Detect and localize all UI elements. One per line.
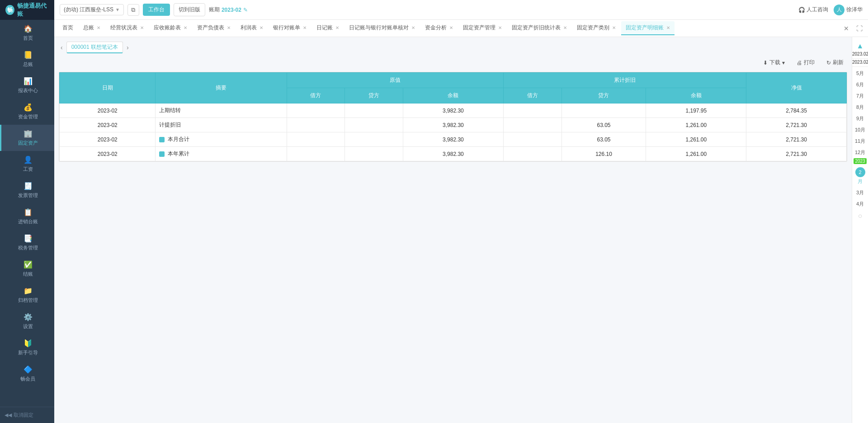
- month-label: 7月: [856, 93, 864, 99]
- table-row: 2023-02 计提折旧 3,982.30 63.05 1,261.00 2,7…: [60, 118, 847, 132]
- cell-yz-balance: 3,982.30: [403, 103, 504, 118]
- tab-close[interactable]: ✕: [259, 25, 263, 30]
- period-month-10月[interactable]: 10月: [854, 124, 866, 136]
- sidebar-item-invoice[interactable]: 🧾 发票管理: [0, 177, 54, 203]
- sidebar-item-asset[interactable]: 🏢 固定资产: [0, 125, 54, 151]
- period-month-after-3月[interactable]: 3月: [855, 187, 865, 198]
- breadcrumb-prev[interactable]: ‹: [59, 43, 65, 52]
- sidebar-item-fund[interactable]: 💰 资金管理: [0, 99, 54, 125]
- tab-close[interactable]: ✕: [303, 25, 307, 30]
- month-label: 9月: [856, 115, 864, 122]
- copy-button[interactable]: ⧉: [127, 4, 139, 16]
- sidebar-nav: 🏠 首页 📒 总账 📊 报表中心 💰 资金管理 🏢 固定资产 👤 工资 🧾 发票…: [0, 20, 54, 407]
- current-month-item[interactable]: 2 月: [852, 165, 868, 187]
- period-month-8月[interactable]: 8月: [854, 102, 866, 113]
- tab-6[interactable]: 银行对账单✕: [269, 21, 311, 35]
- tabbar: 首页总账✕经营状况表✕应收账龄表✕资产负债表✕利润表✕银行对账单✕日记账✕日记账…: [54, 20, 868, 37]
- user-menu[interactable]: 人 徐泽华: [834, 5, 863, 15]
- archive-icon: 📁: [24, 287, 33, 295]
- tab-close[interactable]: ✕: [140, 25, 144, 30]
- sidebar-item-label: 结账: [23, 271, 33, 277]
- tab-5[interactable]: 利润表✕: [236, 21, 268, 35]
- support-button[interactable]: 🎧 人工咨询: [798, 6, 828, 14]
- sidebar-item-guide[interactable]: 🔰 新手引导: [0, 334, 54, 361]
- period-month-7月[interactable]: 7月: [854, 90, 866, 102]
- print-button[interactable]: 🖨 打印: [793, 57, 818, 68]
- tab-close[interactable]: ✕: [97, 25, 100, 30]
- tab-1[interactable]: 总账✕: [79, 21, 105, 35]
- cell-lj-debit: [503, 132, 561, 147]
- workbench-button[interactable]: 工作台: [143, 4, 170, 16]
- tab-close[interactable]: ✕: [411, 25, 415, 30]
- tab-maximize-icon[interactable]: ⛶: [854, 24, 864, 33]
- period-month-5月[interactable]: 5月: [854, 68, 866, 79]
- sidebar-item-label: 设置: [23, 323, 33, 330]
- download-button[interactable]: ⬇ 下载 ▾: [760, 57, 788, 68]
- period-month-6月[interactable]: 6月: [854, 79, 866, 90]
- sidebar-item-settings[interactable]: ⚙️ 设置: [0, 308, 54, 334]
- tab-close[interactable]: ✕: [335, 25, 339, 30]
- month-label: 10月: [855, 127, 865, 133]
- tab-12[interactable]: 固定资产类别✕: [572, 21, 620, 35]
- tab-10[interactable]: 固定资产管理✕: [458, 21, 506, 35]
- breadcrumb-next[interactable]: ›: [125, 43, 131, 52]
- tab-close[interactable]: ✕: [227, 25, 231, 30]
- sidebar-item-label: 总账: [23, 61, 33, 68]
- tab-close-all-icon[interactable]: ✕: [842, 24, 851, 33]
- cell-net: 2,721.30: [746, 132, 847, 147]
- tab-3[interactable]: 应收账龄表✕: [149, 21, 192, 35]
- cell-lj-debit: [503, 103, 561, 118]
- tab-8[interactable]: 日记账与银行对账单核对✕: [344, 21, 420, 35]
- tab-4[interactable]: 资产负债表✕: [193, 21, 235, 35]
- sidebar-item-tax[interactable]: 📑 税务管理: [0, 230, 54, 256]
- period-month-12月[interactable]: 12月: [854, 147, 866, 158]
- tab-0[interactable]: 首页: [58, 21, 78, 35]
- period-up-arrow[interactable]: ▲: [857, 41, 864, 52]
- tab-close[interactable]: ✕: [666, 25, 670, 30]
- sidebar-unpin[interactable]: ◀◀ 取消固定: [0, 407, 54, 423]
- period-bottom-value[interactable]: 2023.02: [852, 60, 868, 67]
- switch-version-button[interactable]: 切到旧版: [174, 3, 205, 16]
- cell-lj-debit: [503, 118, 561, 132]
- tab-label: 固定资产管理: [463, 24, 495, 32]
- tab-close[interactable]: ✕: [612, 25, 616, 30]
- table-row: 2023-02 本月合计 3,982.30 63.05 1,261.00 2,7…: [60, 132, 847, 147]
- asset-icon: 🏢: [24, 129, 33, 138]
- sidebar-item-wage[interactable]: 👤 工资: [0, 151, 54, 177]
- period-month-9月[interactable]: 9月: [854, 113, 866, 124]
- app-logo: 畅 畅捷通易代账: [0, 0, 54, 20]
- cell-lj-balance: 1,261.00: [646, 118, 746, 132]
- tab-2[interactable]: 经营状况表✕: [106, 21, 148, 35]
- tab-13[interactable]: 固定资产明细账✕: [621, 21, 675, 35]
- print-icon: 🖨: [797, 60, 802, 66]
- period-month-after-4月[interactable]: 4月: [855, 198, 865, 210]
- tab-close[interactable]: ✕: [184, 25, 187, 30]
- sidebar-item-sales[interactable]: 📋 进销台账: [0, 203, 54, 230]
- sidebar-item-settle[interactable]: ✅ 结账: [0, 256, 54, 282]
- month-label: 4月: [856, 201, 864, 207]
- refresh-button[interactable]: ↻ 刷新: [823, 57, 847, 68]
- breadcrumb-item[interactable]: 000001 联想笔记本: [66, 42, 123, 53]
- period-edit-icon[interactable]: ✎: [243, 7, 248, 13]
- sidebar-item-report[interactable]: 📊 报表中心: [0, 72, 54, 99]
- tab-close[interactable]: ✕: [498, 25, 502, 30]
- tab-9[interactable]: 资金分析✕: [420, 21, 458, 35]
- sidebar-item-home[interactable]: 🏠 首页: [0, 20, 54, 46]
- tab-close[interactable]: ✕: [563, 25, 567, 30]
- company-selector[interactable]: (勿动) 江西服垒-LSS ▼: [60, 4, 124, 15]
- sidebar-item-ledger[interactable]: 📒 总账: [0, 46, 54, 72]
- tab-close[interactable]: ✕: [449, 25, 453, 30]
- cell-date: 2023-02: [60, 147, 156, 161]
- report-icon: 📊: [24, 77, 33, 85]
- period-top-value[interactable]: 2023.02: [852, 52, 868, 59]
- cell-yz-balance: 3,982.30: [403, 118, 504, 132]
- sidebar-item-member[interactable]: 🔷 畅会员: [0, 361, 54, 387]
- cell-yz-credit: [345, 132, 403, 147]
- sidebar-item-archive[interactable]: 📁 归档管理: [0, 282, 54, 308]
- period-month-11月[interactable]: 11月: [854, 136, 866, 147]
- tab-7[interactable]: 日记账✕: [312, 21, 344, 35]
- tab-11[interactable]: 固定资产折旧统计表✕: [507, 21, 571, 35]
- cell-lj-balance: 1,261.00: [646, 147, 746, 161]
- home-icon: 🏠: [24, 24, 33, 33]
- period-down-icon[interactable]: ○: [852, 210, 868, 222]
